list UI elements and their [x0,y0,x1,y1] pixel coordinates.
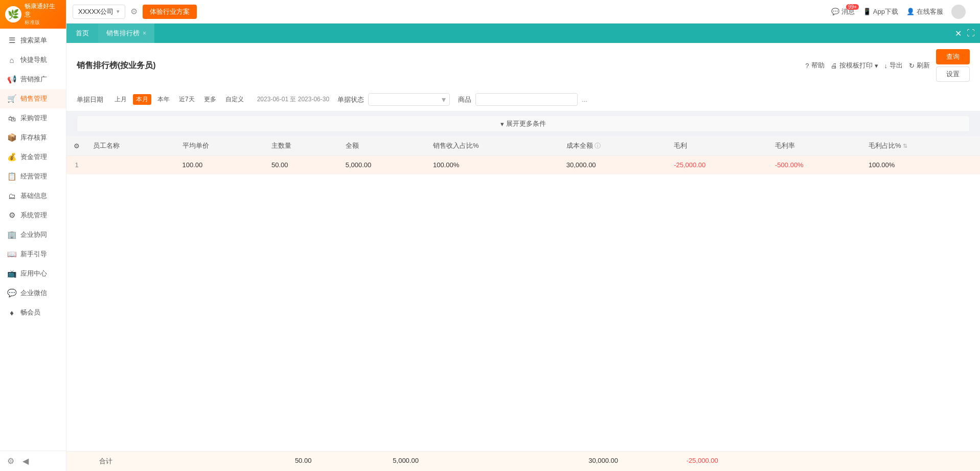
online-service-label: 在线客服 [917,7,943,16]
date-range-display: 2023-06-01 至 2023-06-30 [257,95,329,104]
nav-icon-apps: 📺 [7,269,16,278]
print-chevron-icon: ▾ [875,62,878,70]
table-container: ⚙ 员工名称 平均单价 主数量 全额 销售收入占比% 成本全额 ⓘ 毛利 毛利率 [66,136,980,451]
sidebar-item-purchase[interactable]: 🛍 采购管理 [0,108,66,128]
sidebar-item-system[interactable]: ⚙ 系统管理 [0,206,66,225]
sidebar-item-quick[interactable]: ⌂ 快捷导航 [0,50,66,70]
expand-label: 展开更多条件 [506,119,546,128]
sidebar-item-guide[interactable]: 📖 新手引导 [0,244,66,264]
sales-ranking-table: ⚙ 员工名称 平均单价 主数量 全额 销售收入占比% 成本全额 ⓘ 毛利 毛利率 [66,136,980,174]
page-actions: ? 帮助 🖨 按模板打印 ▾ ↓ 导出 ↻ 刷新 [805,49,970,82]
page-title: 销售排行榜(按业务员) [77,60,156,71]
col-gross-rate: 毛利率 [769,136,862,156]
tab-bar: 首页 销售排行榜 × ✕ ⛶ [66,24,980,43]
tab-restore-icon[interactable]: ⛶ [967,29,975,38]
sidebar-item-wechat[interactable]: 💬 企业微信 [0,283,66,303]
sidebar-item-basic[interactable]: 🗂 基础信息 [0,186,66,206]
page-header: 销售排行榜(按业务员) ? 帮助 🖨 按模板打印 ▾ ↓ 导出 [66,43,980,111]
sidebar-item-apps[interactable]: 📺 应用中心 [0,264,66,283]
company-selector[interactable]: XXXXX公司 ▾ [73,5,125,19]
sidebar-bottom: ⚙ ◀ [0,451,66,471]
nav-label-finance: 资金管理 [20,152,47,162]
nav-label-purchase: 采购管理 [20,114,47,123]
help-icon: ? [805,62,809,70]
date-btn-近7天[interactable]: 近7天 [176,94,198,105]
sidebar-item-marketing[interactable]: 📢 营销推广 [0,70,66,89]
refresh-button[interactable]: ↻ 刷新 [909,61,930,70]
cell-rank: 1 [66,156,87,174]
goods-more-icon[interactable]: ... [582,96,587,103]
nav-label-apps: 应用中心 [20,269,47,278]
header-settings-icon[interactable]: ⚙ [130,7,138,16]
goods-search-input[interactable] [475,93,578,106]
sidebar-collapse-icon[interactable]: ◀ [22,456,29,466]
footer-gross-pct [876,457,974,466]
online-service-action[interactable]: 👤 在线客服 [906,7,943,16]
sidebar-item-member[interactable]: ♦ 畅会员 [0,303,66,322]
message-action[interactable]: 💬 消息 99+ [831,7,855,16]
logo-tag: 标准版 [25,19,61,26]
sidebar-item-sales[interactable]: 🛒 销售管理 [0,89,66,108]
print-button[interactable]: 🖨 按模板打印 ▾ [831,61,878,70]
cell-name [87,156,176,174]
query-button[interactable]: 查询 [936,49,970,64]
tab-home[interactable]: 首页 [66,24,98,43]
tab-close-icon[interactable]: × [143,30,146,37]
table-row: 1 100.00 50.00 5,000.00 100.00% 30,000.0… [66,156,980,174]
nav-icon-purchase: 🛍 [7,114,16,123]
nav-icon-operation: 📋 [7,172,16,181]
expand-more-conditions[interactable]: ▾ 展开更多条件 [77,116,970,132]
export-icon: ↓ [884,62,888,70]
tab-sales-ranking[interactable]: 销售排行榜 × [98,24,154,43]
export-label: 导出 [890,61,903,70]
nav-icon-inventory: 📦 [7,133,16,142]
cell-gross-rate: -500.00% [769,156,862,174]
nav-label-operation: 经营管理 [20,172,47,181]
app-download-action[interactable]: 📱 App下载 [863,7,898,16]
date-btn-本年[interactable]: 本年 [154,94,173,105]
date-btn-本月[interactable]: 本月 [133,94,151,105]
logo-text: 畅康通好生意 [25,3,61,18]
sidebar-settings-icon[interactable]: ⚙ [7,456,14,466]
gross-pct-sort-icon[interactable]: ⇅ [903,143,907,149]
status-filter-label: 单据状态 [337,95,364,104]
cell-sales-pct: 100.00% [427,156,560,174]
tab-home-label: 首页 [76,29,89,38]
cell-amount: 5,000.00 [339,156,427,174]
online-service-icon: 👤 [906,8,915,15]
help-button[interactable]: ? 帮助 [805,61,824,70]
sidebar-nav: ☰ 搜索菜单 ⌂ 快捷导航 📢 营销推广 🛒 销售管理 🛍 采购管理 📦 库存核… [0,29,66,451]
sidebar-item-corp[interactable]: 🏢 企业协同 [0,225,66,244]
export-button[interactable]: ↓ 导出 [884,61,903,70]
message-icon: 💬 [831,8,839,15]
sidebar-item-operation[interactable]: 📋 经营管理 [0,167,66,186]
col-settings-icon[interactable]: ⚙ [74,142,80,150]
nav-label-search: 搜索菜单 [20,36,47,45]
date-btn-更多[interactable]: 更多 [201,94,219,105]
date-btn-自定义[interactable]: 自定义 [222,94,247,105]
tab-close-window-icon[interactable]: ✕ [955,29,962,38]
sidebar-item-inventory[interactable]: 📦 库存核算 [0,128,66,147]
app-download-label: App下载 [873,7,898,16]
date-btn-上月[interactable]: 上月 [111,94,130,105]
sidebar-item-search[interactable]: ☰ 搜索菜单 [0,31,66,50]
cost-info-icon[interactable]: ⓘ [595,142,601,149]
table-footer: 合计 50.00 5,000.00 30,000.00 -25,000.00 [66,451,980,471]
col-qty: 主数量 [265,136,339,156]
settings-button[interactable]: 设置 [936,66,970,82]
content-area: 销售排行榜(按业务员) ? 帮助 🖨 按模板打印 ▾ ↓ 导出 [66,43,980,471]
footer-spacer1 [73,457,93,466]
nav-icon-guide: 📖 [7,250,16,259]
status-select[interactable] [368,93,450,106]
cell-cost: 30,000.00 [560,156,668,174]
footer-gross: -25,000.00 [680,457,778,466]
trial-button[interactable]: 体验行业方案 [143,5,197,19]
cell-avg-price: 100.00 [176,156,266,174]
cell-gross: -25,000.00 [668,156,769,174]
nav-icon-member: ♦ [7,308,16,317]
footer-gross-rate [778,457,876,466]
status-select-wrapper [368,93,450,106]
nav-icon-marketing: 📢 [7,75,16,84]
col-sales-pct: 销售收入占比% [427,136,560,156]
sidebar-item-finance[interactable]: 💰 资金管理 [0,147,66,167]
